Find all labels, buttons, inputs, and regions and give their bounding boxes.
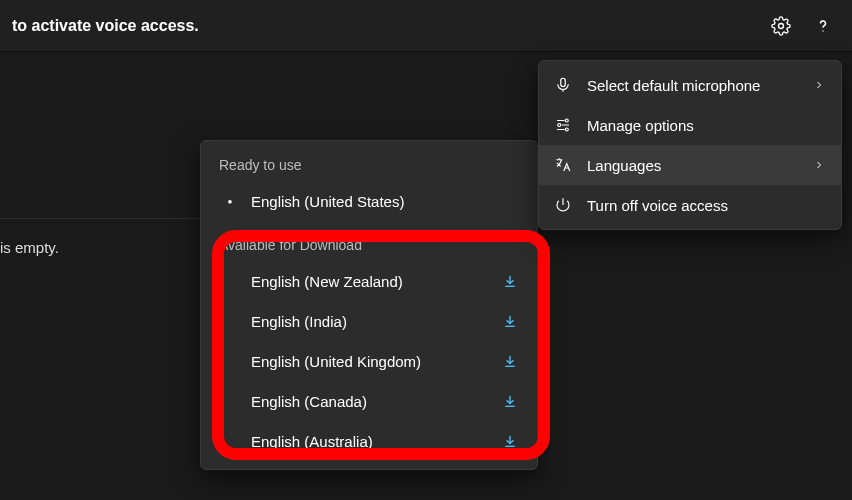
sliders-icon <box>553 115 573 135</box>
help-icon <box>813 16 833 36</box>
power-icon <box>553 195 573 215</box>
language-name: English (India) <box>241 313 501 330</box>
settings-menu: Select default microphone Manage options <box>538 60 842 230</box>
svg-point-1 <box>822 30 823 31</box>
language-name: English (Australia) <box>241 433 501 450</box>
gear-icon <box>771 16 791 36</box>
menu-label: Manage options <box>587 117 827 134</box>
language-name: English (Canada) <box>241 393 501 410</box>
svg-point-5 <box>565 128 568 131</box>
microphone-icon <box>553 75 573 95</box>
voice-access-topbar: to activate voice access. <box>0 0 852 52</box>
menu-manage-options[interactable]: Manage options <box>539 105 841 145</box>
language-option-en-au[interactable]: English (Australia) <box>201 421 537 461</box>
help-button[interactable] <box>812 15 834 37</box>
svg-point-0 <box>779 23 784 28</box>
language-option-en-ca[interactable]: English (Canada) <box>201 381 537 421</box>
settings-button[interactable] <box>770 15 792 37</box>
download-icon[interactable] <box>501 352 519 370</box>
language-option-en-nz[interactable]: English (New Zealand) <box>201 261 537 301</box>
language-name: English (United Kingdom) <box>241 353 501 370</box>
menu-languages[interactable]: Languages <box>539 145 841 185</box>
language-option-en-us[interactable]: ● English (United States) <box>201 181 537 221</box>
languages-panel: Ready to use ● English (United States) A… <box>200 140 538 470</box>
language-option-en-in[interactable]: English (India) <box>201 301 537 341</box>
topbar-icons <box>770 15 834 37</box>
menu-select-microphone[interactable]: Select default microphone <box>539 65 841 105</box>
menu-label: Languages <box>587 157 797 174</box>
download-icon[interactable] <box>501 432 519 450</box>
menu-turn-off[interactable]: Turn off voice access <box>539 185 841 225</box>
chevron-right-icon <box>811 77 827 93</box>
svg-point-3 <box>565 119 568 122</box>
language-name: English (United States) <box>241 193 519 210</box>
empty-state-text: is empty. <box>0 218 200 256</box>
language-name: English (New Zealand) <box>241 273 501 290</box>
language-option-en-gb[interactable]: English (United Kingdom) <box>201 341 537 381</box>
svg-rect-2 <box>561 78 566 86</box>
chevron-right-icon <box>811 157 827 173</box>
ready-section-title: Ready to use <box>201 141 537 181</box>
svg-point-4 <box>558 124 561 127</box>
download-icon[interactable] <box>501 392 519 410</box>
selected-bullet-icon: ● <box>219 197 241 206</box>
menu-label: Turn off voice access <box>587 197 827 214</box>
download-section-title: Available for Download <box>201 221 537 261</box>
download-icon[interactable] <box>501 272 519 290</box>
language-icon <box>553 155 573 175</box>
download-icon[interactable] <box>501 312 519 330</box>
body-area: is empty. Select default microphone <box>0 52 852 500</box>
menu-label: Select default microphone <box>587 77 797 94</box>
topbar-message: to activate voice access. <box>12 17 770 35</box>
